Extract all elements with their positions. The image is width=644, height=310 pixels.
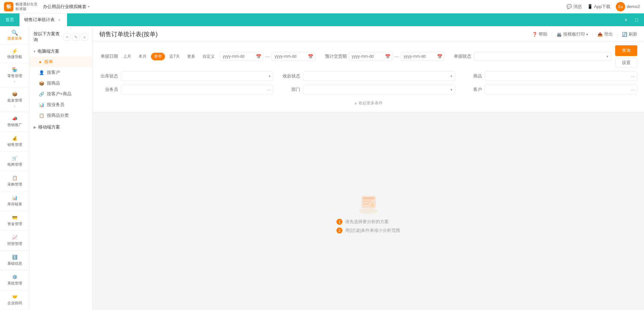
- top-bar: 畅 畅捷通好生意 标准版 办公用品行业模拟账套 ▾ 💬 消息 📱 App下载 E…: [0, 0, 644, 13]
- scheme-item-by-customer[interactable]: 👤 按客户: [30, 67, 92, 78]
- print-action[interactable]: 🖨️ 按模板打印 ▾: [556, 31, 588, 37]
- delivery-from-input[interactable]: [349, 52, 392, 61]
- sidebar-item-retail[interactable]: 🏪 零售管理 ▾: [0, 63, 29, 88]
- corp-icon: 🤝: [12, 294, 17, 299]
- empty-tips: 1 请先选择要分析的方案 2 用[过滤]条件来缩小分析范围: [336, 219, 400, 234]
- tab-home[interactable]: 首页: [0, 13, 19, 26]
- sidebar-item-operation[interactable]: 📈 经营管理: [0, 231, 29, 251]
- scheme-item-by-salesman[interactable]: 📊 按业务员: [30, 99, 92, 110]
- salesman-more-icon: ···: [267, 87, 271, 92]
- customer-scheme-icon: 👤: [39, 70, 44, 75]
- pc-group-label: 电脑端方案: [38, 48, 59, 54]
- download-action[interactable]: 📱 App下载: [587, 4, 610, 10]
- date-btn-custom[interactable]: 自定义: [200, 53, 218, 60]
- product-label: 商品: [463, 73, 482, 79]
- sidebar-item-marketing[interactable]: 📣 营销推广: [0, 112, 29, 132]
- scheme-panel: 按以下方案查询 + ✎ « ▾ 电脑端方案 ● 按单 👤 按客户: [30, 26, 93, 310]
- window-maximize-button[interactable]: □: [632, 15, 641, 24]
- date-btn-more[interactable]: 更多: [184, 53, 198, 60]
- delivery-from-wrap: 📅: [349, 52, 392, 61]
- scheme-item-by-product[interactable]: 📦 按商品: [30, 78, 92, 89]
- date-label: 单据日期: [99, 53, 118, 59]
- settings-button[interactable]: 设置: [615, 58, 637, 67]
- filter-row-2: 出库状态 ▾ 收款状态 ▾ 商品: [99, 71, 637, 81]
- sidebar-item-wholesale[interactable]: 📦 批发管理 ▴: [0, 88, 29, 112]
- app-selector[interactable]: 办公用品行业模拟账套 ▾: [40, 2, 92, 11]
- scheme-group-pc-header[interactable]: ▾ 电脑端方案: [30, 46, 92, 56]
- marketing-icon: 📣: [12, 116, 17, 121]
- window-close-button[interactable]: ×: [621, 15, 631, 24]
- empty-illustration: ?: [355, 189, 382, 216]
- inventory-icon: 📊: [12, 195, 17, 200]
- ecommerce-icon: 🛒: [12, 156, 17, 161]
- query-button[interactable]: 查询: [615, 45, 637, 56]
- payment-status-select[interactable]: [303, 71, 455, 81]
- sidebar-item-inventory[interactable]: 📊 库存核算: [0, 191, 29, 211]
- customer-input[interactable]: [485, 85, 637, 94]
- sidebar-search[interactable]: 🔍 搜索菜单: [0, 26, 29, 45]
- order-status-select[interactable]: [474, 52, 611, 61]
- scheme-item-by-category[interactable]: 📋 按商品分类: [30, 110, 92, 121]
- tab-sales-order[interactable]: 销售订单统计表 ×: [19, 13, 67, 26]
- cust-prod-scheme-icon: 🔗: [39, 92, 44, 97]
- help-action[interactable]: ❓ 帮助: [532, 31, 547, 37]
- date-to-wrap: 📅: [272, 52, 315, 61]
- export-icon: 📤: [597, 32, 603, 37]
- tab-bar-controls: × □: [621, 15, 644, 24]
- salesman-input[interactable]: [121, 85, 273, 94]
- sidebar-item-ecommerce[interactable]: 🛒 电商管理: [0, 152, 29, 171]
- collapse-scheme-button[interactable]: «: [81, 33, 88, 41]
- date-btn-last-month[interactable]: 上月: [120, 53, 134, 60]
- empty-state: ? 1 请先选择要分析的方案 2 用[过滤]条件来缩小分析范围: [93, 112, 644, 310]
- order-scheme-icon: ●: [39, 59, 42, 64]
- delivery-to-input[interactable]: [401, 52, 444, 61]
- tab-close-icon[interactable]: ×: [57, 17, 62, 22]
- message-action[interactable]: 💬 消息: [567, 4, 582, 10]
- scheme-group-mobile-header[interactable]: ▶ 移动端方案: [30, 122, 92, 132]
- download-icon: 📱: [587, 4, 593, 9]
- print-chevron-icon: ▾: [586, 33, 588, 36]
- top-bar-left: 畅 畅捷通好生意 标准版 办公用品行业模拟账套 ▾: [4, 2, 92, 11]
- sidebar-item-system[interactable]: ⚙️ 系统管理: [0, 270, 29, 290]
- ship-status-select[interactable]: [121, 71, 273, 81]
- edit-scheme-button[interactable]: ✎: [72, 33, 79, 41]
- logo-text: 畅捷通好生意 标准版: [15, 2, 38, 11]
- sidebar-item-sales[interactable]: 💰 销售管理: [0, 132, 29, 152]
- date-btn-this-month[interactable]: 本月: [136, 53, 150, 60]
- collapse-row[interactable]: ∧ 收起更多条件: [99, 98, 637, 108]
- ship-status-select-wrap: ▾: [121, 71, 273, 81]
- sidebar-item-finance[interactable]: 💳 资金管理: [0, 211, 29, 231]
- payment-status-col: 收款状态 ▾: [281, 71, 455, 81]
- department-select[interactable]: [303, 85, 455, 94]
- query-btn-area: 查询 设置: [615, 45, 637, 67]
- help-icon: ❓: [532, 32, 537, 37]
- order-status-select-wrap: ▾: [474, 52, 611, 61]
- date-shortcuts: 上月 本月 本年 近7天 更多 自定义: [120, 53, 218, 60]
- export-action[interactable]: 📤 导出: [597, 31, 613, 37]
- date-from-input[interactable]: [220, 52, 263, 61]
- empty-tip-1: 1 请先选择要分析的方案: [336, 219, 400, 225]
- payment-status-label: 收款状态: [281, 73, 300, 79]
- user-area[interactable]: Ea demo2: [616, 2, 640, 11]
- date-btn-7days[interactable]: 近7天: [166, 53, 183, 60]
- add-scheme-button[interactable]: +: [63, 33, 71, 41]
- sidebar-item-purchase[interactable]: 📋 采购管理: [0, 171, 29, 191]
- department-label: 部门: [281, 87, 300, 93]
- date-btn-this-year[interactable]: 本年: [151, 53, 165, 60]
- scheme-item-by-order[interactable]: ● 按单: [30, 56, 92, 67]
- date-to-input[interactable]: [272, 52, 315, 61]
- mobile-group-label: 移动端方案: [38, 124, 60, 130]
- salesman-col: 业务员 ···: [99, 85, 273, 94]
- sidebar-item-corp[interactable]: 🤝 企业协同: [0, 290, 29, 310]
- sidebar-item-quick-nav[interactable]: ⚡ 快捷导航: [0, 45, 29, 63]
- scheme-item-by-cust-prod[interactable]: 🔗 按客户+商品: [30, 89, 92, 99]
- refresh-action[interactable]: 🔄 刷新: [622, 31, 637, 37]
- product-input[interactable]: [485, 71, 637, 81]
- chevron-down-icon: ▾: [88, 5, 90, 8]
- payment-status-select-wrap: ▾: [303, 71, 455, 81]
- sidebar-item-basic[interactable]: ℹ️ 基础信息: [0, 251, 29, 270]
- scheme-group-pc: ▾ 电脑端方案 ● 按单 👤 按客户 📦 按商品 🔗 按客户+商品: [30, 46, 92, 121]
- order-status-col: 单据状态 ▾: [452, 52, 611, 61]
- top-bar-right: 💬 消息 📱 App下载 Ea demo2: [567, 2, 640, 11]
- delivery-date-label: 预计交货期: [323, 53, 347, 59]
